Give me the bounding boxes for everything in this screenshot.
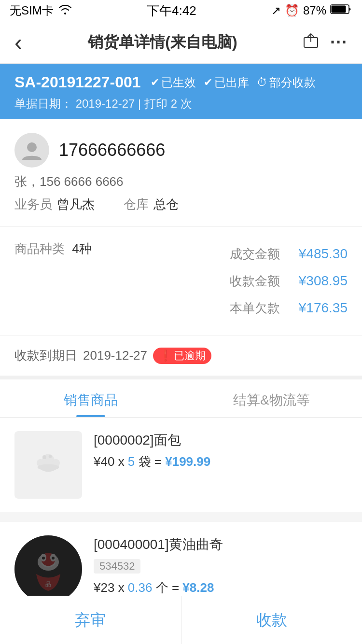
svg-point-8 [42,455,46,459]
status-badges: ✔ 已生效 ✔ 已出库 ⏱ 部分收款 [151,75,316,90]
product-tag-2: 534532 [94,559,140,574]
avatar [14,133,49,168]
collect-payment-button[interactable]: 收款 [181,596,362,644]
check-icon-2: ✔ [204,76,212,89]
back-button[interactable]: ‹ [14,29,22,56]
customer-section: 17666666666 张，156 6666 6666 业务员 曾凡杰 仓库 总… [0,119,362,227]
more-icon[interactable]: ··· [330,32,348,53]
deal-amount-row: 成交金额 ¥485.30 [230,240,348,267]
clock-icon: ⏱ [257,76,267,89]
svg-point-3 [27,142,37,152]
product-price-2: ¥23 x 0.36 个 = ¥8.28 [94,579,348,596]
tab-sales-products[interactable]: 销售商品 [0,379,181,417]
product-name-2: [000400001]黄油曲奇 [94,535,348,554]
badge-partial: ⏱ 部分收款 [257,75,316,90]
battery-text: 87% [303,4,326,17]
owed-amount-row: 本单欠款 ¥176.35 [230,294,348,322]
alarm-icon: ⏰ [285,4,299,17]
badge-active: ✔ 已生效 [151,75,196,90]
product-info-1: [0000002]面包 ¥40 x 5 袋 = ¥199.99 [94,431,348,470]
svg-point-9 [49,455,52,458]
nav-bar: ‹ 销货单详情(来自电脑) ··· [0,21,362,64]
product-price-1: ¥40 x 5 袋 = ¥199.99 [94,453,348,470]
product-image-2: 品 [14,535,82,603]
customer-meta: 业务员 曾凡杰 仓库 总仓 [14,196,348,213]
customer-contact: 张，156 6666 6666 [14,173,348,190]
received-amount-row: 收款金额 ¥308.95 [230,267,348,294]
battery-icon [330,4,352,17]
sales-info: 业务员 曾凡杰 [14,196,95,213]
bottom-bar: 弃审 收款 [0,596,362,644]
overdue-badge: ❗ 已逾期 [153,348,211,364]
product-info-2: [000400001]黄油曲奇 534532 ¥23 x 0.36 个 = ¥8… [94,535,348,596]
order-number: SA-20191227-001 [14,73,141,91]
check-icon-1: ✔ [151,76,159,89]
product-name-1: [0000002]面包 [94,431,348,449]
share-icon[interactable] [303,33,319,52]
badge-shipped: ✔ 已出库 [204,75,249,90]
location-icon: ↗ [271,4,281,17]
status-right: ↗ ⏰ 87% [271,4,352,17]
product-item-1: [0000002]面包 ¥40 x 5 袋 = ¥199.99 [0,418,362,512]
product-type-summary: 商品种类 4种 [14,240,92,257]
summary-section: 商品种类 4种 成交金额 ¥485.30 收款金额 ¥308.95 本单欠款 ¥… [0,227,362,336]
due-date-section: 收款到期日 2019-12-27 ❗ 已逾期 [0,336,362,379]
svg-text:品: 品 [45,581,51,588]
status-bar: 无SIM卡 下午4:42 ↗ ⏰ 87% [0,0,362,21]
product-tabs: 销售商品 结算&物流等 [0,379,362,418]
status-left: 无SIM卡 [10,3,72,18]
order-header: SA-20191227-001 ✔ 已生效 ✔ 已出库 ⏱ 部分收款 单据日期：… [0,64,362,119]
product-image-1 [14,431,82,499]
warehouse-info: 仓库 总仓 [124,196,179,213]
customer-id: 17666666666 [59,140,165,160]
cancel-review-button[interactable]: 弃审 [0,596,181,644]
nav-actions: ··· [303,32,348,53]
status-time: 下午4:42 [147,2,196,19]
product-list: [0000002]面包 ¥40 x 5 袋 = ¥199.99 [0,418,362,616]
svg-rect-1 [331,6,346,13]
tab-settlement[interactable]: 结算&物流等 [181,379,362,417]
amount-summary: 成交金额 ¥485.30 收款金额 ¥308.95 本单欠款 ¥176.35 [230,240,348,322]
svg-point-15 [42,557,45,560]
svg-point-16 [52,557,55,560]
overdue-icon: ❗ [159,350,172,362]
wifi-icon [58,4,72,17]
carrier-text: 无SIM卡 [10,3,54,18]
order-date: 单据日期： 2019-12-27 | 打印 2 次 [14,96,348,112]
page-title: 销货单详情(来自电脑) [88,32,237,53]
